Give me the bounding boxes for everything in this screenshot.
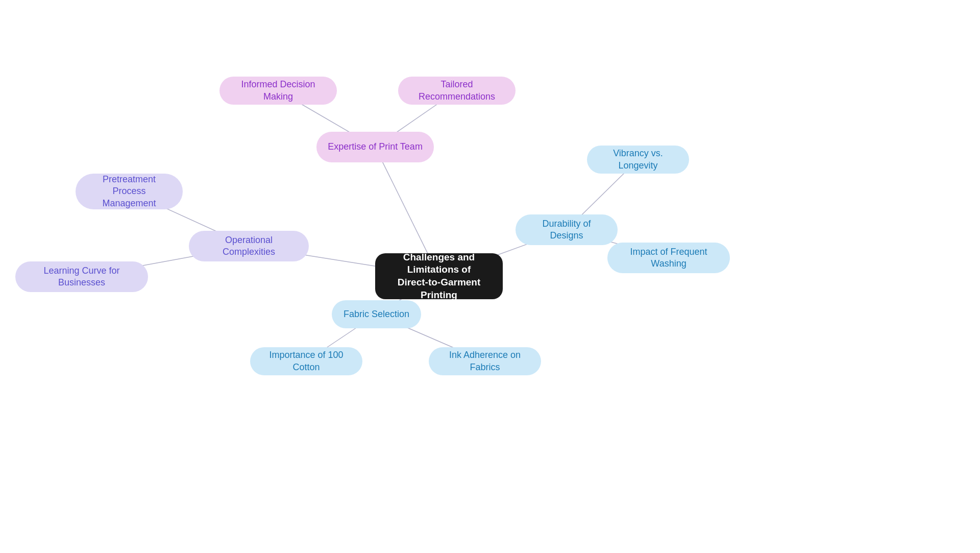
node-center[interactable]: Challenges and Limitations ofDirect-to-G… (375, 253, 503, 299)
node-informed[interactable]: Informed Decision Making (219, 77, 337, 105)
node-learning[interactable]: Learning Curve for Businesses (15, 261, 148, 292)
node-operational[interactable]: Operational Complexities (189, 231, 309, 261)
node-ink[interactable]: Ink Adherence on Fabrics (429, 347, 541, 375)
node-expertise[interactable]: Expertise of Print Team (316, 132, 434, 162)
mindmap-container: Challenges and Limitations ofDirect-to-G… (0, 0, 980, 553)
node-tailored[interactable]: Tailored Recommendations (398, 77, 516, 105)
node-durability[interactable]: Durability of Designs (516, 214, 618, 245)
node-washing[interactable]: Impact of Frequent Washing (607, 243, 730, 273)
node-fabric[interactable]: Fabric Selection (332, 300, 421, 328)
node-pretreatment[interactable]: Pretreatment ProcessManagement (76, 174, 183, 209)
node-vibrancy[interactable]: Vibrancy vs. Longevity (587, 146, 689, 174)
node-importance[interactable]: Importance of 100 Cotton (250, 347, 362, 375)
